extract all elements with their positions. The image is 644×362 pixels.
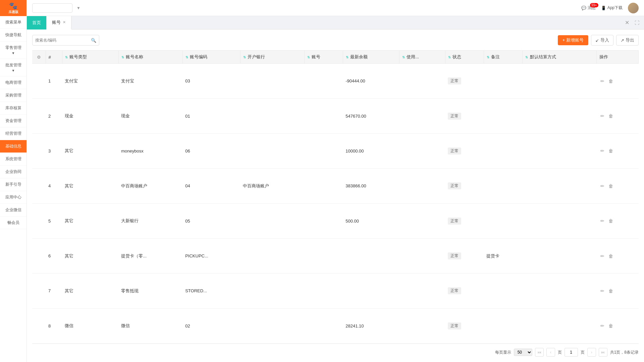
tab-home[interactable]: 首页 <box>27 16 47 29</box>
sidebar-item-ecommerce-mgmt[interactable]: 电商管理 <box>0 76 26 89</box>
cell-account-name: moneybosx <box>118 133 182 168</box>
last-page-button[interactable]: ⏭ <box>599 348 607 357</box>
cell-account-name: 现金 <box>118 99 182 133</box>
col-usage[interactable]: ⇅ 使用... <box>399 51 445 64</box>
cell-usage <box>399 274 445 308</box>
sidebar-item-basic-info[interactable]: 基础信息 <box>0 140 26 153</box>
cell-settings <box>32 274 46 308</box>
sidebar-item-inventory-calc[interactable]: 库存核算 <box>0 102 26 115</box>
sidebar-item-retail-mgmt[interactable]: 零售管理 ▼ <box>0 42 26 59</box>
col-default-settlement[interactable]: ⇅ 默认结算方式 <box>522 51 596 64</box>
col-account-type[interactable]: ⇅ 账号类型 <box>62 51 118 64</box>
cell-status: 正常 <box>445 238 484 273</box>
col-remark[interactable]: ⇅ 备注 <box>484 51 522 64</box>
delete-button[interactable]: 🗑 <box>607 147 614 154</box>
cell-index: 3 <box>46 133 62 168</box>
cell-account-code: PICKUPC... <box>182 238 240 273</box>
new-account-button[interactable]: + 新增账号 <box>558 35 588 45</box>
delete-button[interactable]: 🗑 <box>607 183 614 189</box>
import-button[interactable]: ↙ 导入 <box>591 35 613 46</box>
col-status[interactable]: ⇅ 状态 <box>445 51 484 64</box>
col-account-code[interactable]: ⇅ 账号编码 <box>182 51 240 64</box>
delete-button[interactable]: 🗑 <box>607 113 614 119</box>
sidebar-item-finance-mgmt[interactable]: 资金管理 <box>0 115 26 127</box>
next-page-button[interactable]: › <box>587 348 596 357</box>
sidebar-item-search-menu[interactable]: 搜索菜单 <box>0 16 26 29</box>
col-latest-balance[interactable]: ⇅ 最新余额 <box>343 51 399 64</box>
edit-button[interactable]: ✏ <box>599 183 606 189</box>
search-input[interactable] <box>35 38 91 43</box>
delete-button[interactable]: 🗑 <box>607 78 614 84</box>
col-account-no[interactable]: ⇅ 账号 <box>304 51 343 64</box>
edit-button[interactable]: ✏ <box>599 147 606 154</box>
cell-account-no <box>304 203 343 238</box>
cell-default-settlement <box>522 133 596 168</box>
delete-button[interactable]: 🗑 <box>607 253 614 259</box>
cell-settings <box>32 169 46 203</box>
edit-button[interactable]: ✏ <box>599 322 606 329</box>
cell-index: 7 <box>46 274 62 308</box>
sidebar-item-wholesale-mgmt[interactable]: 批发管理 ▼ <box>0 59 26 76</box>
cell-account-code: 05 <box>182 203 240 238</box>
cell-index: 1 <box>46 64 62 99</box>
per-page-select[interactable]: 50 20 100 <box>514 349 532 356</box>
sidebar-item-enterprise-wechat[interactable]: 企业微信 <box>0 204 26 217</box>
settings-icon[interactable]: ⚙ <box>37 55 41 60</box>
sidebar-item-quick-nav[interactable]: 快捷导航 <box>0 29 26 42</box>
tab-account[interactable]: 账号 ✕ <box>47 16 71 29</box>
page-input[interactable] <box>565 348 578 357</box>
tab-maximize-button[interactable]: ⛶ <box>633 18 641 27</box>
col-account-name[interactable]: ⇅ 账号名称 <box>118 51 182 64</box>
sidebar-item-new-guide[interactable]: 新手引导 <box>0 178 26 191</box>
sidebar-item-label: 企业协同 <box>2 169 25 175</box>
cell-latest-balance: 547670.00 <box>343 99 399 133</box>
cell-remark <box>484 203 522 238</box>
tab-home-label: 首页 <box>32 20 41 26</box>
col-account-no-label: 账号 <box>312 54 320 59</box>
top-bar: ▼ 💬 消息 99+ 📱 App下载 <box>27 0 644 16</box>
sidebar-item-enterprise-agreement[interactable]: 企业协同 <box>0 166 26 178</box>
sidebar-item-label: 新手引导 <box>2 182 25 187</box>
search-icon[interactable]: 🔍 <box>91 38 96 43</box>
edit-button[interactable]: ✏ <box>599 253 606 259</box>
cell-account-no <box>304 274 343 308</box>
edit-button[interactable]: ✏ <box>599 113 606 119</box>
sidebar: 🐾 乐惠版 搜索菜单 快捷导航 零售管理 ▼ 批发管理 ▼ 电商管理 采购管理 … <box>0 0 27 362</box>
sidebar-item-member[interactable]: 畅会员 <box>0 217 26 229</box>
cell-account-name: 提货卡（零... <box>118 238 182 273</box>
col-settings[interactable]: ⚙ <box>32 51 46 64</box>
app-download-button[interactable]: 📱 App下载 <box>601 5 623 11</box>
cell-account-code: 04 <box>182 169 240 203</box>
sidebar-item-operations-mgmt[interactable]: 经营管理 <box>0 127 26 140</box>
delete-button[interactable]: 🗑 <box>607 218 614 224</box>
message-button[interactable]: 💬 消息 99+ <box>581 5 596 11</box>
user-avatar[interactable] <box>628 3 639 13</box>
export-button[interactable]: ↗ 导出 <box>616 35 639 46</box>
first-page-button[interactable]: ⏮ <box>535 348 544 357</box>
cell-bank: 中百商场账户 <box>240 169 304 203</box>
col-bank[interactable]: ⇅ 开户银行 <box>240 51 304 64</box>
delete-button[interactable]: 🗑 <box>607 288 614 294</box>
sidebar-item-purchase-mgmt[interactable]: 采购管理 <box>0 89 26 102</box>
sidebar-item-system-mgmt[interactable]: 系统管理 <box>0 153 26 166</box>
sidebar-item-app-center[interactable]: 应用中心 <box>0 191 26 204</box>
delete-button[interactable]: 🗑 <box>607 322 614 329</box>
prev-page-button[interactable]: ‹ <box>546 348 555 357</box>
per-page-label: 每页显示 <box>495 350 511 355</box>
cell-account-type: 其它 <box>62 203 118 238</box>
edit-button[interactable]: ✏ <box>599 288 606 294</box>
sidebar-item-label: 搜索菜单 <box>2 19 25 25</box>
cell-settings <box>32 308 46 343</box>
tab-close-all-button[interactable]: ✕ <box>623 18 631 27</box>
top-search-input[interactable] <box>32 3 72 13</box>
cell-action: ✏ 🗑 <box>596 133 638 168</box>
tab-bar: 首页 账号 ✕ ✕ ⛶ <box>27 16 644 29</box>
edit-button[interactable]: ✏ <box>599 78 606 84</box>
cell-latest-balance <box>343 238 399 273</box>
sidebar-item-label: 系统管理 <box>2 156 25 162</box>
tab-close-icon[interactable]: ✕ <box>63 20 66 24</box>
cell-remark <box>484 169 522 203</box>
table-row: 4 其它 中百商场账户 04 中百商场账户 383866.00 正常 ✏ 🗑 <box>32 169 639 203</box>
edit-button[interactable]: ✏ <box>599 218 606 224</box>
sidebar-item-label: 应用中心 <box>2 194 25 200</box>
